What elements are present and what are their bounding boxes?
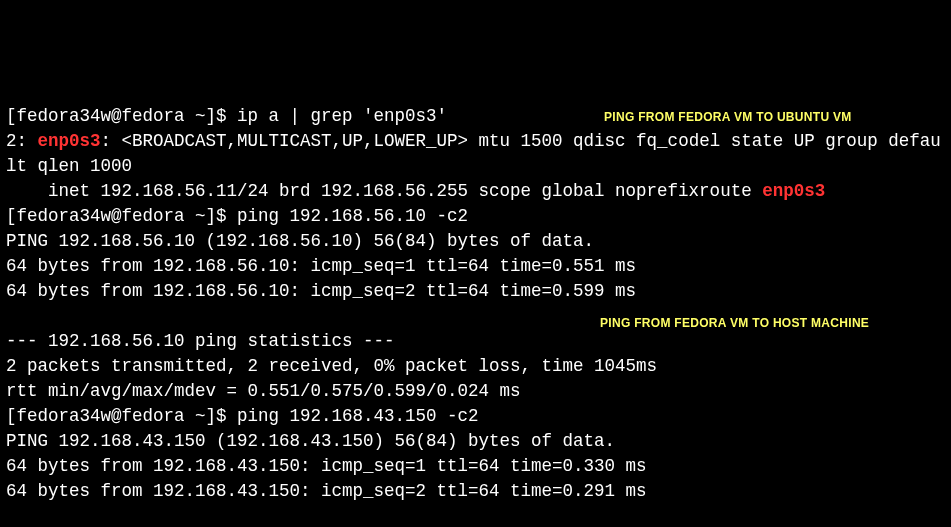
command-ping-ubuntu: ping 192.168.56.10 -c2	[237, 206, 468, 226]
interface-name-highlight: enp0s3	[38, 131, 101, 151]
ping-header: PING 192.168.56.10 (192.168.56.10) 56(84…	[6, 231, 594, 251]
annotation-ping-ubuntu: PING FROM FEDORA VM TO UBUNTU VM	[604, 105, 852, 130]
ping-reply: 64 bytes from 192.168.56.10: icmp_seq=2 …	[6, 281, 636, 301]
ping-reply: 64 bytes from 192.168.43.150: icmp_seq=2…	[6, 481, 647, 501]
annotation-ping-host: PING FROM FEDORA VM TO HOST MACHINE	[600, 311, 869, 336]
ip-output-flags: : <BROADCAST,MULTICAST,UP,LOWER_UP> mtu …	[6, 131, 941, 176]
command-ip-grep: ip a | grep 'enp0s3'	[237, 106, 447, 126]
ping-stats-rtt: rtt min/avg/max/mdev = 0.551/0.575/0.599…	[6, 381, 521, 401]
ping-reply: 64 bytes from 192.168.56.10: icmp_seq=1 …	[6, 256, 636, 276]
ping-stats-sep: --- 192.168.56.10 ping statistics ---	[6, 331, 395, 351]
ip-output-inet: inet 192.168.56.11/24 brd 192.168.56.255…	[6, 181, 762, 201]
ping-reply: 64 bytes from 192.168.43.150: icmp_seq=1…	[6, 456, 647, 476]
shell-prompt: [fedora34w@fedora ~]$	[6, 106, 237, 126]
command-ping-host: ping 192.168.43.150 -c2	[237, 406, 479, 426]
ping-header: PING 192.168.43.150 (192.168.43.150) 56(…	[6, 431, 615, 451]
shell-prompt: [fedora34w@fedora ~]$	[6, 406, 237, 426]
interface-name-highlight: enp0s3	[762, 181, 825, 201]
ping-stats-summary: 2 packets transmitted, 2 received, 0% pa…	[6, 356, 657, 376]
ip-output-index: 2:	[6, 131, 38, 151]
shell-prompt: [fedora34w@fedora ~]$	[6, 206, 237, 226]
